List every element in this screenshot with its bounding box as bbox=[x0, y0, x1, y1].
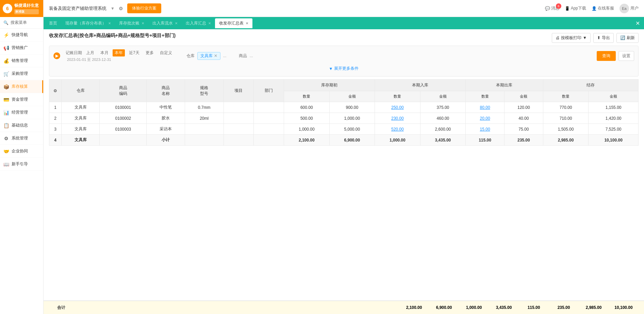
sidebar-item-inventory[interactable]: 📦 库存核算 bbox=[0, 80, 43, 93]
tab-flow[interactable]: 出入库流水 ✕ bbox=[148, 18, 182, 28]
basic-icon: 📋 bbox=[3, 123, 9, 128]
date-custom[interactable]: 自定义 bbox=[158, 49, 174, 56]
goods-filter-label: 商品 bbox=[239, 53, 247, 59]
date-7days[interactable]: 近7天 bbox=[127, 49, 142, 56]
app-download-button[interactable]: 📱 App下载 bbox=[565, 5, 586, 11]
row-out-qty[interactable]: 80.00 bbox=[466, 102, 505, 113]
date-this-year[interactable]: 本年 bbox=[113, 49, 125, 56]
row-spec bbox=[185, 124, 224, 135]
dropdown-icon[interactable]: ▼ bbox=[111, 6, 115, 11]
row-open-amt: 6,900.00 bbox=[329, 135, 375, 146]
row-no: 1 bbox=[49, 102, 62, 113]
online-service-button[interactable]: 👤 在线客服 bbox=[592, 5, 614, 11]
sidebar-item-purchase[interactable]: 🛒 采购管理 bbox=[0, 67, 43, 80]
row-code: 0100001 bbox=[100, 102, 147, 113]
row-in-qty: 1,000.00 bbox=[375, 135, 420, 146]
sidebar-item-marketing[interactable]: 📢 营销推广 bbox=[0, 42, 43, 54]
col-settings[interactable]: ⚙ bbox=[49, 80, 62, 102]
row-no: 3 bbox=[49, 124, 62, 135]
sidebar-item-basic[interactable]: 📋 基础信息 bbox=[0, 119, 43, 132]
warehouse-tag[interactable]: 文具库 ✕ bbox=[197, 52, 220, 60]
row-in-qty[interactable]: 230.00 bbox=[375, 113, 420, 124]
goods-more[interactable]: ... bbox=[250, 53, 253, 58]
sidebar-item-guide[interactable]: 📖 新手引导 bbox=[0, 158, 43, 171]
row-out-amt: 120.00 bbox=[504, 102, 543, 113]
row-open-qty: 500.00 bbox=[284, 113, 330, 124]
out-amt-header: 金额 bbox=[504, 91, 543, 102]
sidebar-item-label: 采购管理 bbox=[12, 71, 28, 77]
tab-recv-send-summary[interactable]: 收发存汇总表 ✕ bbox=[215, 18, 252, 28]
warehouse-more[interactable]: ... bbox=[223, 53, 227, 58]
row-in-amt: 2,600.00 bbox=[420, 124, 466, 135]
tab-inventory-dist[interactable]: 现存量（库存分布表） ✕ bbox=[61, 18, 115, 28]
sidebar-item-management[interactable]: 📊 经营管理 bbox=[0, 106, 43, 119]
bal-amt-header: 金额 bbox=[589, 91, 639, 102]
refresh-button[interactable]: 🔄 刷新 bbox=[616, 33, 639, 43]
app-download-label: App下载 bbox=[571, 5, 586, 11]
sidebar-item-collab[interactable]: 🤝 企业协同 bbox=[0, 145, 43, 158]
tab-recv-send-label: 收发存汇总表 bbox=[219, 20, 244, 26]
row-bal-amt: 1,155.00 bbox=[589, 102, 639, 113]
row-bal-qty: 770.00 bbox=[543, 102, 589, 113]
tab-close-icon[interactable]: ✕ bbox=[108, 21, 111, 25]
sidebar-item-sales[interactable]: 💰 销售管理 bbox=[0, 54, 43, 67]
tab-close-icon[interactable]: ✕ bbox=[175, 21, 178, 25]
row-bal-qty: 710.00 bbox=[543, 113, 589, 124]
nav-icon: ⚡ bbox=[3, 32, 9, 38]
app-tag: 标准版 bbox=[14, 9, 39, 14]
expand-button[interactable]: ▶ bbox=[53, 52, 60, 59]
sidebar-item-label: 企业协同 bbox=[12, 148, 28, 154]
expand-more-btn[interactable]: ▼ 展开更多条件 bbox=[53, 64, 634, 73]
open-qty-header: 数量 bbox=[284, 91, 330, 102]
user-area[interactable]: Ea 用户 bbox=[620, 4, 639, 13]
message-button[interactable]: 💬 消息 6 bbox=[545, 5, 559, 11]
refresh-label: 刷新 bbox=[627, 35, 635, 41]
warehouse-tag-close[interactable]: ✕ bbox=[214, 53, 217, 58]
footer-in-qty: 1,000.00 bbox=[459, 305, 489, 310]
sidebar-item-system[interactable]: ⚙ 系统管理 bbox=[0, 132, 43, 145]
search-menu-label: 搜索菜单 bbox=[11, 20, 27, 26]
row-no: 4 bbox=[49, 135, 62, 146]
tab-close-icon[interactable]: ✕ bbox=[246, 21, 248, 25]
row-spec: 20ml bbox=[185, 113, 224, 124]
search-menu-item[interactable]: 🔍 搜索菜单 bbox=[0, 17, 43, 29]
col-warehouse: 仓库 bbox=[62, 80, 100, 102]
row-in-qty[interactable]: 520.00 bbox=[375, 124, 420, 135]
trial-button[interactable]: 体验行业方案 bbox=[127, 3, 161, 13]
row-in-qty[interactable]: 250.00 bbox=[375, 102, 420, 113]
row-dept bbox=[254, 135, 284, 146]
row-in-amt: 3,435.00 bbox=[420, 135, 466, 146]
tab-close-icon[interactable]: ✕ bbox=[208, 21, 211, 25]
print-button[interactable]: 🖨 按模板打印 ▼ bbox=[552, 33, 591, 43]
row-bal-qty: 2,985.00 bbox=[543, 135, 589, 146]
row-project bbox=[224, 113, 254, 124]
tab-batch-label: 库存批次账 bbox=[119, 20, 139, 26]
tab-home[interactable]: 首页 bbox=[45, 18, 61, 28]
col-goods-name: 商品名称 bbox=[147, 80, 185, 102]
management-icon: 📊 bbox=[3, 110, 9, 115]
date-more[interactable]: 更多 bbox=[144, 49, 156, 56]
sidebar-item-finance[interactable]: 💳 资金管理 bbox=[0, 93, 43, 106]
tab-batch-account[interactable]: 库存批次账 ✕ bbox=[115, 18, 148, 28]
tab-summary-inout[interactable]: 出入库汇总 ✕ bbox=[182, 18, 215, 28]
sidebar-item-nav[interactable]: ⚡ 快捷导航 bbox=[0, 29, 43, 42]
col-project: 项目 bbox=[224, 80, 254, 102]
row-out-qty[interactable]: 15.00 bbox=[466, 124, 505, 135]
row-open-amt: 900.00 bbox=[329, 102, 375, 113]
row-spec: 0.7mm bbox=[185, 102, 224, 113]
query-button[interactable]: 查询 bbox=[597, 51, 616, 61]
settings-button[interactable]: 设置 bbox=[618, 51, 634, 61]
date-this-month[interactable]: 本月 bbox=[98, 49, 111, 56]
export-button[interactable]: ⬆ 导出 bbox=[593, 33, 614, 43]
date-last-month[interactable]: 上月 bbox=[84, 49, 96, 56]
col-dept: 部门 bbox=[254, 80, 284, 102]
row-dept bbox=[254, 102, 284, 113]
tab-bar-close-button[interactable]: ✕ bbox=[633, 20, 643, 27]
tab-close-icon[interactable]: ✕ bbox=[142, 21, 144, 25]
app-name: 畅捷通好生意 bbox=[14, 3, 39, 9]
col-goods-spec: 规格型号 bbox=[185, 80, 224, 102]
row-out-qty[interactable]: 20.00 bbox=[466, 113, 505, 124]
settings-icon[interactable]: ⚙ bbox=[119, 6, 123, 11]
service-icon: 👤 bbox=[592, 6, 597, 11]
row-project bbox=[224, 102, 254, 113]
